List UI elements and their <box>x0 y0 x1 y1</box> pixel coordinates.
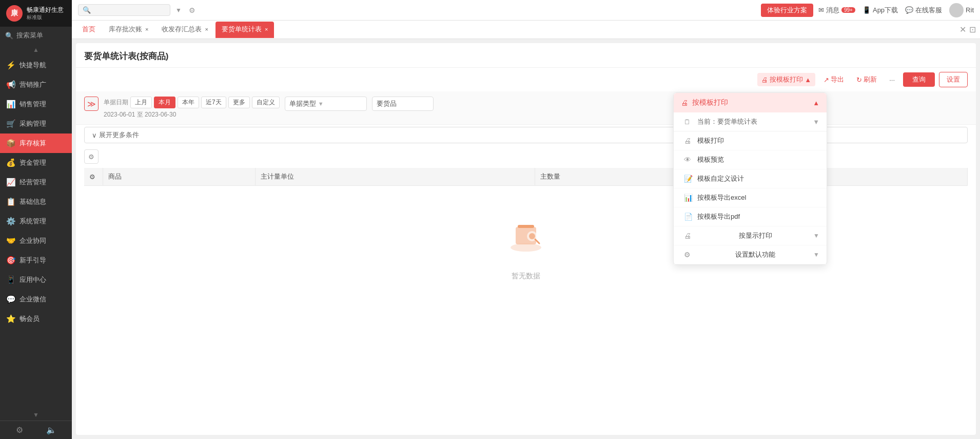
topbar-dropdown-icon[interactable]: ▼ <box>175 7 182 14</box>
topbar-gear-icon[interactable]: ⚙ <box>189 6 195 14</box>
dropdown-item-template-preview[interactable]: 👁 模板预览 <box>674 150 827 169</box>
empty-state: 暂无数据 <box>84 186 968 312</box>
date-btn-more[interactable]: 更多 <box>228 97 250 108</box>
date-buttons: 单据日期 上月 本月 本年 近7天 更多 自定义 <box>104 97 280 108</box>
template-custom-icon: 📝 <box>684 175 693 183</box>
date-btn-last-month[interactable]: 上月 <box>130 97 152 108</box>
empty-icon <box>505 217 546 265</box>
dropdown-item-export-pdf[interactable]: 📄 按模板导出pdf <box>674 207 827 226</box>
dropdown-item-export-excel[interactable]: 📊 按模板导出excel <box>674 188 827 207</box>
tab-close-receivable[interactable]: × <box>205 26 208 32</box>
empty-text: 暂无数据 <box>512 272 540 281</box>
tab-batch-ledger[interactable]: 库存批次账 × <box>103 22 154 38</box>
sidebar-item-system[interactable]: ⚙️ 系统管理 <box>0 212 72 231</box>
date-btn-this-month[interactable]: 本月 <box>154 97 175 108</box>
sidebar-item-vip[interactable]: ⭐ 畅会员 <box>0 309 72 329</box>
window-close-btn[interactable]: ✕ <box>959 25 966 34</box>
tab-order-stats[interactable]: 要货单统计表 × <box>215 22 274 38</box>
date-btn-this-year[interactable]: 本年 <box>178 97 199 108</box>
col-settings: ⚙ <box>84 168 103 186</box>
page-title: 要货单统计表(按商品) <box>84 51 168 61</box>
sales-icon: 📊 <box>6 100 15 109</box>
dropdown-item-set-default[interactable]: ⚙ 设置默认功能 ▼ <box>674 245 827 264</box>
date-filter-label: 单据日期 <box>104 98 128 107</box>
newbie-icon: 🎯 <box>6 256 15 265</box>
display-print-chevron: ▼ <box>813 232 819 239</box>
tab-receivable-summary[interactable]: 收发存汇总表 × <box>155 22 214 38</box>
topbar-search-box[interactable]: 🔍 <box>78 4 170 16</box>
settings-button[interactable]: 设置 <box>939 72 968 87</box>
template-print-icon: 🖨 <box>684 137 693 145</box>
search-menu[interactable]: 🔍 搜索菜单 <box>0 27 72 44</box>
dropdown-close-arrow[interactable]: ▲ <box>813 99 819 107</box>
order-category-field[interactable]: 要货品 <box>372 97 434 111</box>
order-type-select[interactable]: 单据类型 ▼ <box>285 97 367 111</box>
query-button[interactable]: 查询 <box>903 72 935 87</box>
sidebar-item-purchase[interactable]: 🛒 采购管理 <box>0 114 72 133</box>
print-icon: 🖨 <box>761 76 768 84</box>
dropdown-item-template-print[interactable]: 🖨 模板打印 <box>674 131 827 150</box>
export-icon: ↗ <box>824 76 829 84</box>
messages-item[interactable]: ✉ 消息 99+ <box>818 6 855 15</box>
export-btn[interactable]: ↗ 导出 <box>819 73 848 86</box>
window-maximize-btn[interactable]: ⊡ <box>969 25 976 34</box>
content-area: 要货单统计表(按商品) 🖨 按模板打印 ▲ ↗ 导出 ↻ 刷新 ··· 查询 设… <box>76 43 976 435</box>
sidebar-item-finance[interactable]: 💰 资金管理 <box>0 153 72 173</box>
trial-btn[interactable]: 体验行业方案 <box>761 4 813 17</box>
app-download-icon: 📱 <box>863 6 871 14</box>
system-icon: ⚙️ <box>6 217 15 226</box>
set-default-icon: ⚙ <box>684 251 693 259</box>
filter-toggle-btn[interactable]: ≫ <box>84 97 99 111</box>
print-btn[interactable]: 🖨 按模板打印 ▲ <box>757 73 815 86</box>
scroll-down-btn[interactable]: ▼ <box>0 409 72 421</box>
logo-icon: 康 <box>6 5 23 22</box>
topbar-right: ✉ 消息 99+ 📱 App下载 💬 在线客服 Rit <box>818 3 974 17</box>
settings-footer-icon[interactable]: ⚙ <box>16 425 23 435</box>
sidebar-item-sales[interactable]: 📊 销售管理 <box>0 94 72 114</box>
dropdown-current-item[interactable]: 🗒 当前：要货单统计表 ▼ <box>674 112 827 131</box>
tab-home[interactable]: 首页 <box>76 22 102 38</box>
order-type-chevron: ▼ <box>318 101 324 107</box>
sidebar-item-enterprise-wechat[interactable]: 💬 企业微信 <box>0 290 72 309</box>
table-settings-icon[interactable]: ⚙ <box>84 149 99 164</box>
dropdown-header: 🖨 按模板打印 ▲ <box>674 93 827 112</box>
tab-close-batch-ledger[interactable]: × <box>145 26 148 32</box>
sidebar-item-marketing[interactable]: 📢 营销推广 <box>0 75 72 94</box>
user-avatar-item[interactable]: Rit <box>949 3 974 17</box>
username-text: Rit <box>966 6 974 14</box>
main-area: 🔍 ▼ ⚙ 体验行业方案 ✉ 消息 99+ 📱 App下载 💬 在线客服 Rit <box>72 0 980 439</box>
date-filter-group: 单据日期 上月 本月 本年 近7天 更多 自定义 2023-06-01 至 20… <box>104 97 280 119</box>
date-range-text: 2023-06-01 至 2023-06-30 <box>104 110 280 119</box>
speaker-footer-icon[interactable]: 🔈 <box>46 425 56 435</box>
sidebar-item-operations[interactable]: 📈 经营管理 <box>0 173 72 192</box>
svg-point-0 <box>511 243 541 252</box>
messages-icon: ✉ <box>818 6 824 14</box>
sidebar-item-newbie[interactable]: 🎯 新手引导 <box>0 251 72 270</box>
col-unit: 主计量单位 <box>256 168 535 186</box>
sidebar-item-basic-info[interactable]: 📋 基础信息 <box>0 192 72 212</box>
tab-close-order-stats[interactable]: × <box>265 26 268 32</box>
app-download-item[interactable]: 📱 App下载 <box>863 6 898 15</box>
refresh-btn[interactable]: ↻ 刷新 <box>852 73 881 86</box>
online-service-item[interactable]: 💬 在线客服 <box>905 6 942 15</box>
avatar <box>949 3 964 17</box>
dropdown-item-display-print[interactable]: 🖨 按显示打印 ▼ <box>674 226 827 245</box>
sidebar-item-enterprise[interactable]: 🤝 企业协同 <box>0 231 72 251</box>
tabs-bar: 首页 库存批次账 × 收发存汇总表 × 要货单统计表 × ✕ ⊡ <box>72 21 980 39</box>
expand-more-btn[interactable]: ∨ 展开更多条件 <box>84 127 968 143</box>
sidebar-footer: ⚙ 🔈 <box>0 421 72 439</box>
topbar-search-icon: 🔍 <box>83 6 91 14</box>
sidebar-item-app-center[interactable]: 📱 应用中心 <box>0 270 72 290</box>
more-btn[interactable]: ··· <box>885 74 899 86</box>
date-btn-7days[interactable]: 近7天 <box>201 97 226 108</box>
search-icon: 🔍 <box>5 32 13 40</box>
topbar-search-input[interactable] <box>93 7 160 14</box>
inventory-icon: 📦 <box>6 139 15 148</box>
dropdown-item-template-custom[interactable]: 📝 模板自定义设计 <box>674 169 827 188</box>
app-center-icon: 📱 <box>6 275 15 284</box>
filter-bar: ≫ 单据日期 上月 本月 本年 近7天 更多 自定义 2023-06-01 至 … <box>76 91 976 125</box>
date-btn-custom[interactable]: 自定义 <box>252 97 280 108</box>
sidebar-item-quick-nav[interactable]: ⚡ 快捷导航 <box>0 55 72 75</box>
scroll-up-btn[interactable]: ▲ <box>0 44 72 55</box>
sidebar-item-inventory[interactable]: 📦 库存核算 <box>0 133 72 153</box>
